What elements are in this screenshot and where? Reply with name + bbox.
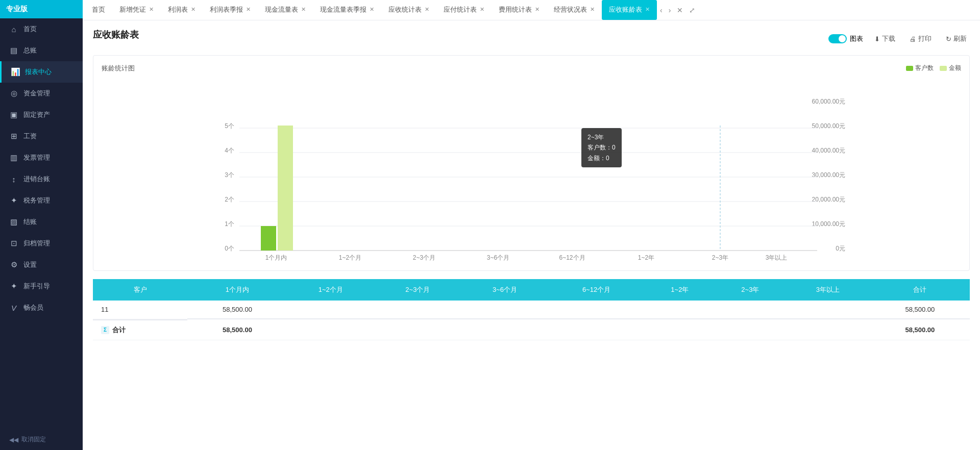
tab-cashflow-quarter[interactable]: 现金流量表季报 ✕ <box>313 0 381 20</box>
chart-svg: 0个 1个 2个 3个 4个 5个 0元 10,000.00元 20,000.0… <box>102 77 961 261</box>
cell-m1: 58,500.00 <box>187 301 287 319</box>
svg-text:3~6个月: 3~6个月 <box>487 254 509 261</box>
legend-color-customers <box>906 66 913 71</box>
sidebar-item-reports[interactable]: 📊 报表中心 <box>0 61 83 83</box>
home-icon: ⌂ <box>9 25 18 34</box>
content-area: 应收账龄表 图表 ⬇ 下载 🖨 打印 ↻ 刷新 <box>83 20 980 450</box>
tab-close-cashflow-quarter[interactable]: ✕ <box>370 6 374 13</box>
sidebar-item-label: 固定资产 <box>23 110 50 119</box>
tab-profit[interactable]: 利润表 ✕ <box>161 0 203 20</box>
legend-customer-count: 客户数 <box>906 64 934 72</box>
download-btn[interactable]: ⬇ 下载 <box>871 32 898 45</box>
svg-text:20,000.00元: 20,000.00元 <box>812 196 845 203</box>
tab-close-ap-stats[interactable]: ✕ <box>480 6 484 13</box>
tab-close-cashflow[interactable]: ✕ <box>301 6 306 13</box>
reports-icon: 📊 <box>11 67 20 77</box>
sidebar-collapse-btn[interactable]: ◀◀ 取消固定 <box>0 429 83 450</box>
cell-total: 58,500.00 <box>870 301 970 319</box>
sidebar-item-settings[interactable]: ⚙ 设置 <box>0 254 83 276</box>
sidebar-item-label: 进销台账 <box>23 174 50 184</box>
invoice-icon: ▥ <box>9 153 18 162</box>
sidebar-item-sales[interactable]: ↕ 进销台账 <box>0 168 83 190</box>
col-y3plus: 3年以上 <box>786 279 870 301</box>
print-btn[interactable]: 🖨 打印 <box>906 32 935 45</box>
sidebar-item-tax[interactable]: ✦ 税务管理 <box>0 190 83 211</box>
tab-close-profit-quarter[interactable]: ✕ <box>246 6 251 13</box>
total-label: 合计 <box>112 326 126 335</box>
svg-text:4个: 4个 <box>225 147 234 154</box>
chart-legend: 客户数 金额 <box>906 64 961 72</box>
sidebar-item-invoice[interactable]: ▥ 发票管理 <box>0 147 83 168</box>
print-icon: 🖨 <box>910 35 916 43</box>
total-y3plus <box>786 319 870 340</box>
closing-icon: ▨ <box>9 217 18 227</box>
sidebar-item-label: 设置 <box>23 260 37 269</box>
sidebar-item-archive[interactable]: ⊡ 归档管理 <box>0 233 83 254</box>
tab-close-profit[interactable]: ✕ <box>191 6 195 13</box>
svg-text:6~12个月: 6~12个月 <box>559 254 585 261</box>
ledger-icon: ▤ <box>9 46 18 55</box>
svg-text:10,000.00元: 10,000.00元 <box>812 220 845 228</box>
total-row: Σ 合计 58,500.00 58,500.00 <box>93 319 970 340</box>
cell-y12 <box>645 301 715 319</box>
sidebar-item-label: 首页 <box>23 24 37 34</box>
total-icon: Σ <box>101 326 109 334</box>
bar-yellow-m1[interactable] <box>278 126 293 251</box>
svg-text:40,000.00元: 40,000.00元 <box>812 147 845 154</box>
col-m12: 1~2个月 <box>287 279 375 301</box>
tab-biz-status[interactable]: 经营状况表 ✕ <box>547 0 602 20</box>
bar-green-m1[interactable] <box>261 226 276 251</box>
tab-ap-stats[interactable]: 应付统计表 ✕ <box>436 0 492 20</box>
tab-expense-stats[interactable]: 费用统计表 ✕ <box>492 0 547 20</box>
col-m1: 1个月内 <box>187 279 287 301</box>
total-m1: 58,500.00 <box>187 319 287 340</box>
tab-close-ar-aging[interactable]: ✕ <box>645 6 650 13</box>
tax-icon: ✦ <box>9 196 18 205</box>
chart-toggle-wrap: 图表 <box>828 34 863 43</box>
chart-toggle[interactable] <box>828 34 847 43</box>
tab-close-biz-status[interactable]: ✕ <box>590 6 595 13</box>
sidebar-item-salary[interactable]: ⊞ 工资 <box>0 126 83 147</box>
tab-cashflow[interactable]: 现金流量表 ✕ <box>258 0 313 20</box>
sidebar-item-label: 发票管理 <box>23 153 50 162</box>
sidebar-item-assets[interactable]: ▣ 固定资产 <box>0 104 83 126</box>
refresh-icon: ↻ <box>946 35 951 43</box>
sidebar-item-member[interactable]: V 畅会员 <box>0 297 83 318</box>
sidebar-item-funds[interactable]: ◎ 资金管理 <box>0 83 83 104</box>
main-area: 首页 新增凭证 ✕ 利润表 ✕ 利润表季报 ✕ 现金流量表 ✕ 现金流量表季报 … <box>83 0 980 450</box>
tab-profit-quarter[interactable]: 利润表季报 ✕ <box>203 0 258 20</box>
total-label-cell: Σ 合计 <box>93 319 187 340</box>
cell-m23 <box>374 301 461 319</box>
svg-text:3年以上: 3年以上 <box>766 254 788 261</box>
refresh-btn[interactable]: ↻ 刷新 <box>943 32 970 45</box>
sidebar-item-home[interactable]: ⌂ 首页 <box>0 18 83 40</box>
svg-text:2个: 2个 <box>225 196 234 203</box>
col-y12: 1~2年 <box>645 279 715 301</box>
sidebar-logo: 专业版 <box>0 0 83 18</box>
tab-ar-aging[interactable]: 应收账龄表 ✕ <box>602 0 657 20</box>
tab-close-voucher[interactable]: ✕ <box>149 6 154 13</box>
sidebar: 专业版 ⌂ 首页 ▤ 总账 📊 报表中心 ◎ 资金管理 ▣ 固定资产 ⊞ 工资 … <box>0 0 83 450</box>
tab-home[interactable]: 首页 <box>85 0 112 20</box>
sidebar-item-guide[interactable]: ✦ 新手引导 <box>0 276 83 297</box>
tab-close-ar-stats[interactable]: ✕ <box>425 6 429 13</box>
tab-next-btn[interactable]: › <box>666 4 674 16</box>
title-actions: 图表 ⬇ 下载 🖨 打印 ↻ 刷新 <box>828 32 970 45</box>
svg-text:3个: 3个 <box>225 171 234 179</box>
tab-ar-stats[interactable]: 应收统计表 ✕ <box>381 0 436 20</box>
settings-icon: ⚙ <box>9 260 18 269</box>
sidebar-item-ledger[interactable]: ▤ 总账 <box>0 40 83 61</box>
funds-icon: ◎ <box>9 89 18 98</box>
sales-icon: ↕ <box>9 175 18 184</box>
tab-expand-btn[interactable]: ⤢ <box>686 4 698 16</box>
tab-prev-btn[interactable]: ‹ <box>657 4 666 16</box>
sidebar-item-closing[interactable]: ▨ 结账 <box>0 211 83 233</box>
tab-close-all-btn[interactable]: ✕ <box>674 4 686 16</box>
table-header-row: 客户 1个月内 1~2个月 2~3个月 3~6个月 6~12个月 1~2年 2~… <box>93 279 970 301</box>
download-label: 下载 <box>882 34 895 43</box>
cell-m612 <box>548 301 645 319</box>
svg-text:1个月内: 1个月内 <box>265 254 287 261</box>
legend-label-customers: 客户数 <box>915 64 934 72</box>
tab-close-expense-stats[interactable]: ✕ <box>535 6 540 13</box>
tab-voucher[interactable]: 新增凭证 ✕ <box>112 0 161 20</box>
